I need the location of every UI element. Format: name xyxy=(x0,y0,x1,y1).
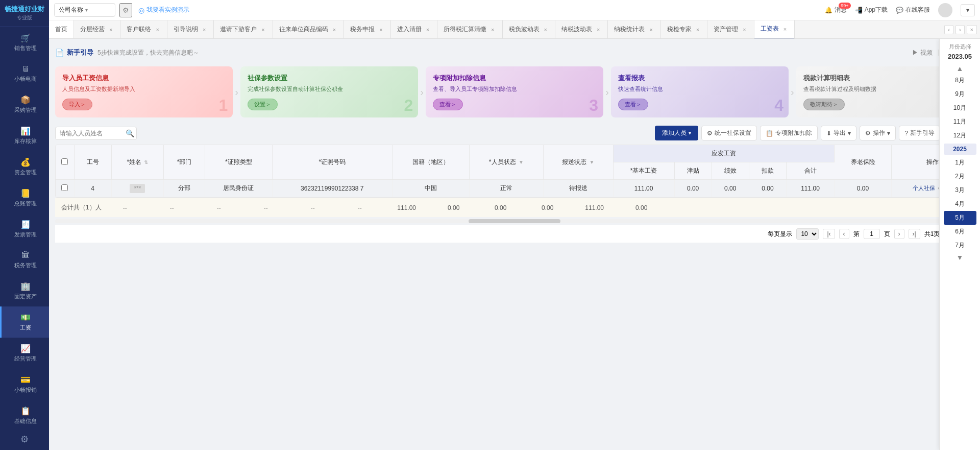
step-3-button[interactable]: 查看＞ xyxy=(433,99,463,110)
tab-division[interactable]: 分层经营 × xyxy=(74,20,120,39)
page-size-select[interactable]: 10 20 50 xyxy=(796,228,819,240)
month-item-2[interactable]: 2月 xyxy=(944,170,976,183)
guide-video-link[interactable]: ▶ 视频 xyxy=(912,49,932,57)
sidebar-label-ecommerce: 小畅电商 xyxy=(6,75,45,83)
tab-clear-close[interactable]: × xyxy=(425,26,431,33)
sidebar-item-fixed[interactable]: 🏢 固定资产 xyxy=(0,275,49,306)
tab-clear[interactable]: 进入清册 × xyxy=(391,20,437,39)
sidebar-item-inventory[interactable]: 📊 库存核算 xyxy=(0,120,49,151)
sidebar-label-inventory: 库存核算 xyxy=(6,137,45,145)
tab-prev-button[interactable]: ‹ xyxy=(944,25,953,34)
month-item-1[interactable]: 1月 xyxy=(944,156,976,170)
settings-button[interactable]: ⚙ xyxy=(119,3,132,17)
tab-tax-report[interactable]: 税务申报 × xyxy=(344,20,390,39)
sidebar-item-invoice[interactable]: 🧾 发票管理 xyxy=(0,214,49,245)
sidebar-item-basic[interactable]: 📋 基础信息 xyxy=(0,400,49,429)
ledger-icon: 📒 xyxy=(6,188,45,198)
month-item-6[interactable]: 6月 xyxy=(944,225,976,239)
tab-tax-report-close[interactable]: × xyxy=(378,26,384,33)
step-4-button[interactable]: 查看＞ xyxy=(618,99,648,110)
sidebar-item-operation[interactable]: 📈 经营管理 xyxy=(0,338,49,369)
prev-page-button[interactable]: ‹ xyxy=(839,229,849,239)
company-selector[interactable]: 公司名称 ▾ xyxy=(54,3,115,17)
tab-tax-expert[interactable]: 税检专家 × xyxy=(661,20,707,39)
sidebar-item-purchase[interactable]: 📦 采购管理 xyxy=(0,89,49,120)
tab-goods-close[interactable]: × xyxy=(331,26,337,33)
sidebar-item-wage[interactable]: 💵 工资 xyxy=(0,306,49,338)
tab-tax-stat[interactable]: 纳税波动表 × xyxy=(555,20,608,39)
special-deduction-button[interactable]: 📋 专项附加扣除 xyxy=(760,126,818,140)
month-item-8[interactable]: 8月 xyxy=(944,74,976,87)
new-guide-button[interactable]: ? 新手引导 xyxy=(899,126,940,140)
row-checkbox[interactable] xyxy=(61,184,68,191)
tab-asset-mgmt-close[interactable]: × xyxy=(741,26,747,33)
tab-tax-red-close[interactable]: × xyxy=(543,26,549,33)
month-item-12[interactable]: 12月 xyxy=(944,129,976,143)
scrollbar-thumb[interactable] xyxy=(469,219,560,223)
tab-close-all-button[interactable]: × xyxy=(967,25,977,34)
step-1-button[interactable]: 导入＞ xyxy=(62,99,92,110)
tab-asset-mgmt[interactable]: 资产管理 × xyxy=(707,20,754,39)
tab-customer[interactable]: 客户联络 × xyxy=(120,20,167,39)
export-icon: ⬇ xyxy=(826,130,831,137)
month-item-11[interactable]: 11月 xyxy=(944,115,976,129)
online-service-button[interactable]: 💬 在线客服 xyxy=(896,6,930,14)
last-page-button[interactable]: ›| xyxy=(909,229,920,239)
tab-home[interactable]: 首页 xyxy=(49,20,74,39)
add-person-button[interactable]: 添加人员 ▾ xyxy=(655,126,698,140)
tab-guide[interactable]: 引导说明 × xyxy=(167,20,214,39)
month-item-5[interactable]: 5月 xyxy=(944,211,976,225)
step-2-button[interactable]: 设置＞ xyxy=(248,99,278,110)
select-all-checkbox[interactable] xyxy=(61,158,68,165)
tab-tax-calc[interactable]: 所得税汇算清缴 × xyxy=(437,20,502,39)
tab-invite-close[interactable]: × xyxy=(260,26,266,33)
app-download-button[interactable]: 📲 App下载 xyxy=(855,6,888,14)
sidebar-item-marketing[interactable]: 💳 小畅报销 xyxy=(0,369,49,400)
month-scroll-down-button[interactable]: ▼ xyxy=(955,252,965,263)
page-input[interactable] xyxy=(864,229,880,239)
tab-wage-table[interactable]: 工资表 × xyxy=(754,20,795,39)
demo-button[interactable]: ◎ 我要看实例演示 xyxy=(138,6,189,14)
month-scroll-up-button[interactable]: ▲ xyxy=(955,63,965,74)
search-button[interactable]: 🔍 xyxy=(122,127,137,139)
month-item-3[interactable]: 3月 xyxy=(944,183,976,197)
tab-tax-red[interactable]: 税负波动表 × xyxy=(503,20,555,39)
month-item-9[interactable]: 9月 xyxy=(944,87,976,101)
user-menu-button[interactable]: ▾ xyxy=(961,4,975,16)
personal-insurance-link[interactable]: 个人社保 xyxy=(913,184,935,192)
status-filter-icon[interactable]: ▼ xyxy=(519,159,524,165)
step-5-button[interactable]: 敬请期待＞ xyxy=(803,99,845,110)
scrollbar-track[interactable] xyxy=(55,219,974,223)
tab-next-button[interactable]: › xyxy=(955,25,965,34)
gear-icon[interactable]: ⚙ xyxy=(20,434,29,444)
sidebar-item-finance[interactable]: 💰 资金管理 xyxy=(0,151,49,182)
tab-division-close[interactable]: × xyxy=(108,26,114,33)
sidebar-item-ecommerce[interactable]: 🖥 小畅电商 xyxy=(0,58,49,89)
tab-tax-stat-close[interactable]: × xyxy=(595,26,601,33)
month-item-10[interactable]: 10月 xyxy=(944,101,976,115)
next-page-button[interactable]: › xyxy=(894,229,904,239)
tab-tax-count-close[interactable]: × xyxy=(648,26,654,33)
unified-settings-button[interactable]: ⚙ 统一社保设置 xyxy=(701,126,757,140)
sidebar-item-ledger[interactable]: 📒 总账管理 xyxy=(0,182,49,214)
tab-tax-expert-close[interactable]: × xyxy=(695,26,701,33)
name-sort-icon[interactable]: ⇅ xyxy=(144,159,148,165)
tab-customer-close[interactable]: × xyxy=(154,26,160,33)
sidebar-item-sales[interactable]: 🛒 销售管理 xyxy=(0,27,49,58)
tab-invite[interactable]: 邀请下游客户 × xyxy=(214,20,273,39)
month-item-7[interactable]: 7月 xyxy=(944,239,976,252)
tab-tax-calc-close[interactable]: × xyxy=(489,26,496,33)
operations-button[interactable]: ⚙ 操作 ▾ xyxy=(860,126,896,140)
sidebar-item-tax[interactable]: 🏛 税务管理 xyxy=(0,245,49,275)
tab-guide-close[interactable]: × xyxy=(201,26,207,33)
notification-button[interactable]: 🔔 消息 99+ xyxy=(825,6,847,14)
export-button[interactable]: ⬇ 导出 ▾ xyxy=(821,126,856,140)
tab-wage-table-close[interactable]: × xyxy=(782,26,788,33)
tab-goods[interactable]: 往来单位商品编码 × xyxy=(273,20,344,39)
month-item-4[interactable]: 4月 xyxy=(944,197,976,211)
report-filter-icon[interactable]: ▼ xyxy=(589,159,594,165)
tab-tax-count[interactable]: 纳税统计表 × xyxy=(608,20,660,39)
first-page-button[interactable]: |‹ xyxy=(823,229,835,239)
export-chevron: ▾ xyxy=(848,130,851,137)
user-avatar[interactable] xyxy=(938,3,952,17)
